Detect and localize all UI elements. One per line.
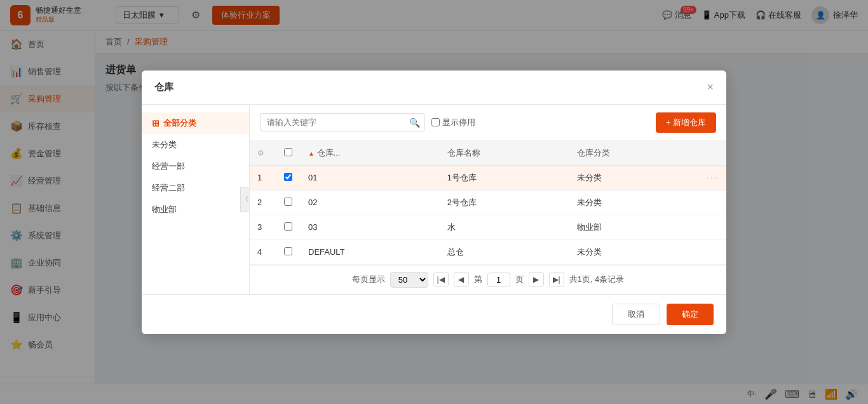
modal-footer: 取消 确定 <box>142 294 726 334</box>
modal-close-button[interactable]: × <box>707 81 714 94</box>
row-checkbox-cell <box>275 165 301 190</box>
th-settings: ⚙ <box>250 141 275 166</box>
row-actions <box>699 190 726 215</box>
row-checkbox-cell <box>275 190 301 215</box>
show-disabled-checkbox[interactable]: 显示停用 <box>431 117 475 128</box>
row-name: 2号仓库 <box>440 190 569 215</box>
cat-item-ops2[interactable]: 经营二部 <box>142 177 249 199</box>
row-num: 3 <box>250 215 275 239</box>
row-checkbox[interactable] <box>284 247 292 255</box>
row-code: 02 <box>301 190 440 215</box>
first-page-button[interactable]: |◀ <box>433 272 449 287</box>
row-category: 未分类 <box>569 239 699 264</box>
search-input[interactable] <box>260 113 425 131</box>
row-name: 总仓 <box>440 239 569 264</box>
cat-item-ops1[interactable]: 经营一部 <box>142 156 249 177</box>
row-checkbox[interactable] <box>284 198 292 206</box>
prev-page-button[interactable]: ◀ <box>454 272 469 287</box>
cat-item-property[interactable]: 物业部 <box>142 199 249 220</box>
th-actions <box>699 141 726 166</box>
warehouse-modal: 仓库 × ⊞ 全部分类 未分类 经营一部 经营二部 <box>142 71 726 334</box>
confirm-button[interactable]: 确定 <box>667 304 714 325</box>
sort-icon-code: ▲ <box>308 150 315 157</box>
modal-title: 仓库 <box>154 81 173 93</box>
add-warehouse-button[interactable]: + 新增仓库 <box>656 112 716 133</box>
th-checkbox <box>275 141 301 166</box>
row-num: 1 <box>250 165 275 190</box>
modal-overlay: 仓库 × ⊞ 全部分类 未分类 经营一部 经营二部 <box>0 0 868 404</box>
row-checkbox[interactable] <box>284 173 292 181</box>
row-name: 水 <box>440 215 569 239</box>
cat-item-all[interactable]: ⊞ 全部分类 <box>142 112 249 134</box>
more-actions-btn[interactable]: ··· <box>707 172 719 183</box>
row-category: 物业部 <box>569 215 699 239</box>
page-number-input[interactable] <box>487 273 510 287</box>
row-num: 4 <box>250 239 275 264</box>
row-category: 未分类 <box>569 165 699 190</box>
row-checkbox-cell <box>275 239 301 264</box>
page-size-select[interactable]: 50 100 200 <box>390 272 428 288</box>
data-table: ⚙ ▲ 仓库... 仓库名称 仓库分类 <box>250 141 726 265</box>
show-disabled-input[interactable] <box>431 118 440 126</box>
table-row[interactable]: 4 DEFAULT 总仓 未分类 <box>250 239 726 264</box>
row-checkbox[interactable] <box>284 222 292 231</box>
table-row[interactable]: 2 02 2号仓库 未分类 <box>250 190 726 215</box>
th-code: ▲ 仓库... <box>301 141 440 166</box>
th-name: 仓库名称 <box>440 141 569 166</box>
next-page-button[interactable]: ▶ <box>529 272 544 287</box>
category-panel: ⊞ 全部分类 未分类 经营一部 经营二部 物业部 《 <box>142 105 250 294</box>
row-name: 1号仓库 <box>440 165 569 190</box>
settings-col-icon: ⚙ <box>257 149 264 158</box>
row-code: 01 <box>301 165 440 190</box>
row-category: 未分类 <box>569 190 699 215</box>
row-checkbox-cell <box>275 215 301 239</box>
row-code: DEFAULT <box>301 239 440 264</box>
warehouse-table: ⚙ ▲ 仓库... 仓库名称 仓库分类 <box>250 141 726 265</box>
search-wrap: 🔍 <box>260 113 425 131</box>
search-icon-button[interactable]: 🔍 <box>409 118 420 128</box>
table-header: ⚙ ▲ 仓库... 仓库名称 仓库分类 <box>250 141 726 166</box>
pagination-bar: 每页显示 50 100 200 |◀ ◀ 第 页 ▶ ▶| 共1页, 4条记录 <box>250 265 726 294</box>
row-num: 2 <box>250 190 275 215</box>
row-actions: ··· <box>699 165 726 190</box>
cat-item-uncat[interactable]: 未分类 <box>142 134 249 156</box>
table-toolbar: 🔍 显示停用 + 新增仓库 <box>250 105 726 141</box>
th-category: 仓库分类 <box>569 141 699 166</box>
grid-icon: ⊞ <box>152 118 159 128</box>
table-row[interactable]: 3 03 水 物业部 <box>250 215 726 239</box>
row-actions <box>699 215 726 239</box>
collapse-panel-button[interactable]: 《 <box>240 187 250 212</box>
modal-body: ⊞ 全部分类 未分类 经营一部 经营二部 物业部 《 <box>142 105 726 294</box>
select-all-checkbox[interactable] <box>284 148 292 156</box>
row-code: 03 <box>301 215 440 239</box>
table-body: 1 01 1号仓库 未分类 ··· 2 02 2号仓库 未分类 3 <box>250 165 726 264</box>
last-page-button[interactable]: ▶| <box>549 272 564 287</box>
modal-header: 仓库 × <box>142 71 726 105</box>
table-panel: 🔍 显示停用 + 新增仓库 ⚙ <box>250 105 726 294</box>
cancel-button[interactable]: 取消 <box>612 304 660 325</box>
table-row[interactable]: 1 01 1号仓库 未分类 ··· <box>250 165 726 190</box>
row-actions <box>699 239 726 264</box>
